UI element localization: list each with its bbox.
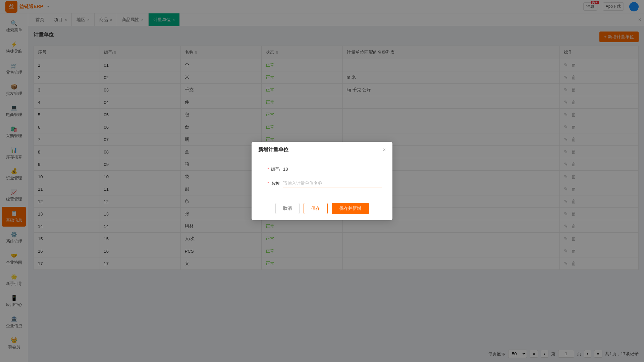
modal-overlay[interactable]: 新增计量单位 × * 编码 * 名称 取消 保存 保存并新增 xyxy=(0,0,644,362)
modal-body: * 编码 * 名称 xyxy=(252,157,392,199)
save-button[interactable]: 保存 xyxy=(304,203,328,214)
cancel-button[interactable]: 取消 xyxy=(275,203,300,214)
name-label: * 名称 xyxy=(262,180,280,186)
modal-header: 新增计量单位 × xyxy=(252,142,392,157)
code-label: * 编码 xyxy=(262,166,280,172)
name-form-row: * 名称 xyxy=(262,179,382,187)
code-form-row: * 编码 xyxy=(262,165,382,173)
save-new-button[interactable]: 保存并新增 xyxy=(332,203,369,214)
modal-title: 新增计量单位 xyxy=(258,146,288,153)
modal: 新增计量单位 × * 编码 * 名称 取消 保存 保存并新增 xyxy=(252,142,392,220)
name-input[interactable] xyxy=(283,179,382,187)
code-input[interactable] xyxy=(283,165,382,173)
modal-footer: 取消 保存 保存并新增 xyxy=(252,199,392,220)
modal-close-button[interactable]: × xyxy=(383,147,386,153)
